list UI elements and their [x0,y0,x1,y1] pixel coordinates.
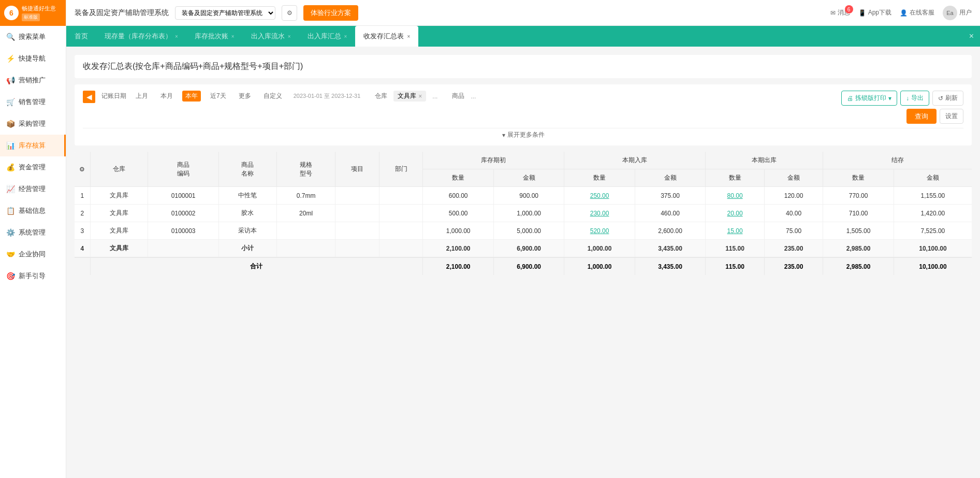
export-button[interactable]: ↓ 导出 [900,91,929,106]
cell-opening-amt: 1,000.00 [493,205,564,222]
sidebar-item-search[interactable]: 🔍 搜索菜单 [0,26,66,48]
sidebar-item-finance[interactable]: 💰 资金管理 [0,156,66,178]
tab-label-in-out-flow: 出入库流水 [251,32,285,41]
tab-close-in-out-flow[interactable]: × [288,34,291,39]
export-icon: ↓ [906,95,909,102]
cell-goods-code [148,240,218,258]
cell-goods-spec [276,240,335,258]
cell-in-amt: 375.00 [635,187,705,205]
date-option-last-month[interactable]: 上月 [133,91,151,102]
cell-goods-code: 0100002 [148,205,218,222]
sidebar-item-label-search: 搜索菜单 [19,32,46,41]
cell-out-qty[interactable]: 80.00 [706,187,765,205]
phone-icon: 📱 [858,9,866,17]
cell-in-qty[interactable]: 230.00 [564,205,635,222]
warehouse-tag: 文具库 × [393,91,426,102]
cell-goods-name: 中性笔 [218,187,276,205]
tab-recv-send-summary[interactable]: 收发存汇总表 × [355,26,418,47]
warehouse-tag-close[interactable]: × [418,93,422,100]
content-area: 收发存汇总表(按仓库+商品编码+商品+规格型号+项目+部门) ◀ 记账日期 上月… [66,47,980,478]
th-department: 部门 [379,152,423,187]
trial-button[interactable]: 体验行业方案 [303,5,358,21]
tab-close-batch-ledger[interactable]: × [231,34,235,39]
sidebar-item-business[interactable]: 📈 经营管理 [0,178,66,200]
cell-opening-amt: 6,900.00 [493,240,564,258]
cell-warehouse: 文具库 [90,205,148,222]
date-option-7days[interactable]: 近7天 [207,91,229,102]
sidebar-item-guide[interactable]: 🎯 新手引导 [0,265,66,287]
gear-button[interactable]: ⚙ [282,5,297,21]
cell-out-qty[interactable]: 20.00 [706,205,765,222]
sidebar-item-sales[interactable]: 🛒 销售管理 [0,91,66,113]
settings-button[interactable]: 设置 [940,109,963,124]
refresh-button[interactable]: ↺ 刷新 [932,91,963,106]
data-table-wrapper: ⚙ 仓库 商品编码 商品名称 规格型号 项目 部门 库存期初 本期入库 本期出库… [75,152,972,275]
cell-closing-qty: 1,505.00 [823,222,894,240]
tab-stock-dist[interactable]: 现存量（库存分布表） × [96,26,186,47]
th-opening-qty: 数量 [423,169,493,187]
messages-badge: 6 [845,5,853,13]
date-option-this-month[interactable]: 本月 [157,91,176,102]
cell-out-amt: 75.00 [764,222,823,240]
cell-warehouse: 文具库 [90,187,148,205]
tab-close-in-out-summary[interactable]: × [344,34,347,39]
tab-in-out-flow[interactable]: 出入库流水 × [243,26,299,47]
app-download-item[interactable]: 📱 App下载 [858,8,891,17]
app-download-label: App下载 [868,8,891,17]
sidebar-item-purchase[interactable]: 📦 采购管理 [0,113,66,135]
sales-icon: 🛒 [6,98,14,106]
logo-text-block: 畅捷通好生意 标准版 [22,5,56,21]
print-button[interactable]: 🖨 拣锁版打印 ▾ [841,91,897,106]
online-service-item[interactable]: 👤 在线客服 [900,8,934,17]
tab-bar-close-button[interactable]: × [969,32,980,41]
th-in-amt: 金额 [635,169,705,187]
cell-in-qty[interactable]: 250.00 [564,187,635,205]
table-row: 2 文具库 0100002 胶水 20ml 500.00 1,000.00 23… [75,205,972,222]
date-option-more[interactable]: 更多 [236,91,254,102]
sidebar-item-label-enterprise: 企业协同 [19,250,46,259]
search-icon: 🔍 [6,33,14,41]
th-closing-amt: 金额 [894,169,972,187]
th-gear[interactable]: ⚙ [75,152,90,187]
filter-row-1: 记账日期 上月 本月 本年 近7天 更多 自定义 2023-01-01 至 20… [101,91,835,102]
tab-close-recv-send-summary[interactable]: × [407,34,410,39]
query-button[interactable]: 查询 [906,109,937,124]
cell-no: 4 [75,240,90,258]
cell-no: 3 [75,222,90,240]
sidebar-item-system[interactable]: ⚙️ 系统管理 [0,222,66,243]
cell-in-qty[interactable]: 520.00 [564,222,635,240]
cell-department [379,240,423,258]
tab-home[interactable]: 首页 [66,26,96,47]
sidebar-item-label-basic-info: 基础信息 [19,206,46,215]
footer-in-qty: 1,000.00 [564,257,635,275]
cell-out-qty[interactable]: 15.00 [706,222,765,240]
sidebar-item-enterprise[interactable]: 🤝 企业协同 [0,243,66,265]
messages-item[interactable]: ✉ 消息 6 [830,8,850,17]
sidebar-item-quick-nav[interactable]: ⚡ 快捷导航 [0,48,66,69]
service-icon: 👤 [900,9,908,17]
date-option-this-year[interactable]: 本年 [182,91,201,102]
goods-more-btn[interactable]: ... [471,93,476,100]
sidebar-item-marketing[interactable]: 📢 营销推广 [0,69,66,91]
footer-out-qty: 115.00 [706,257,765,275]
tab-in-out-summary[interactable]: 出入库汇总 × [299,26,356,47]
system-select[interactable]: 装备及固定资产辅助管理系统 [175,6,275,20]
sidebar-item-basic-info[interactable]: 📋 基础信息 [0,200,66,222]
th-out-group: 本期出库 [706,152,823,169]
tab-close-stock-dist[interactable]: × [175,34,178,39]
date-option-custom[interactable]: 自定义 [260,91,285,102]
cell-goods-spec [276,222,335,240]
filter-collapse-button[interactable]: ◀ [83,91,95,103]
user-item[interactable]: Ea 用户 [943,6,972,20]
tab-batch-ledger[interactable]: 库存批次账 × [186,26,243,47]
table-row: 3 文具库 0100003 采访本 1,000.00 5,000.00 520.… [75,222,972,240]
expand-more-btn[interactable]: ▾ 展开更多条件 [83,128,963,139]
cell-closing-amt: 1,420.00 [894,205,972,222]
sidebar-item-inventory[interactable]: 📊 库存核算 [0,135,66,156]
expand-icon: ▾ [502,132,505,139]
warehouse-more-btn[interactable]: ... [432,93,437,100]
enterprise-icon: 🤝 [6,250,14,258]
top-header: 装备及固定资产辅助管理系统 装备及固定资产辅助管理系统 ⚙ 体验行业方案 ✉ 消… [66,0,980,26]
th-closing-qty: 数量 [823,169,894,187]
th-goods-spec: 规格型号 [276,152,335,187]
